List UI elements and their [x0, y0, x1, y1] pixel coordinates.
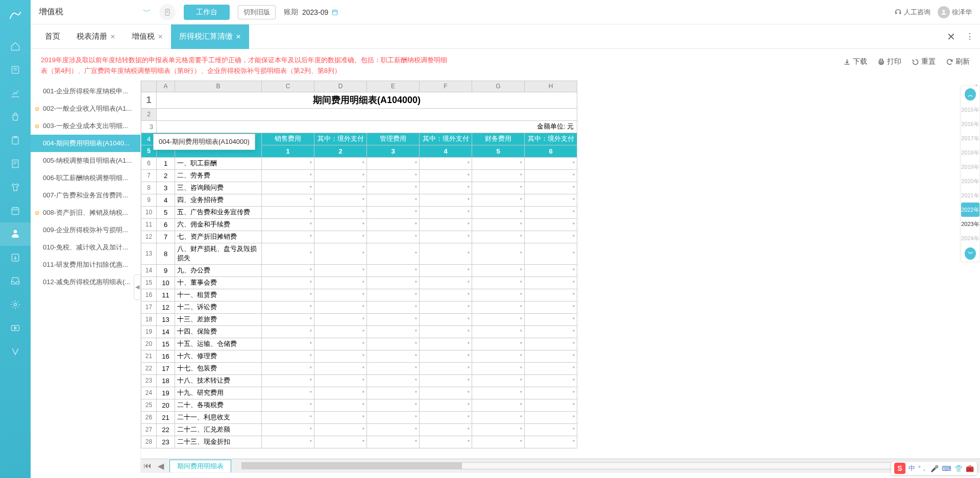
- nav-bag-icon[interactable]: [0, 105, 31, 129]
- year-button[interactable]: 2016年: [961, 117, 979, 131]
- ime-logo-icon[interactable]: S: [894, 463, 905, 474]
- nav-calendar-icon[interactable]: [0, 199, 31, 222]
- nav-v-icon[interactable]: [0, 340, 31, 363]
- sheet-hscrollbar[interactable]: [241, 462, 975, 469]
- form-list-item[interactable]: 009-企业所得税弥补亏损明...: [31, 221, 140, 239]
- app-logo: [6, 6, 24, 24]
- nav-receipt-icon[interactable]: [0, 152, 31, 175]
- year-button[interactable]: 2021年: [961, 188, 979, 203]
- table-row[interactable]: 2722二十二、汇兑差额******: [141, 423, 577, 436]
- form-list-item[interactable]: ⊘008-资产折旧、摊销及纳税...: [31, 204, 140, 221]
- tab-2[interactable]: 增值税✕: [124, 24, 171, 49]
- form-list-item[interactable]: ⊘003-一般企业成本支出明细...: [31, 117, 140, 135]
- table-row[interactable]: 1611十一、租赁费******: [141, 289, 577, 301]
- nav-export-icon[interactable]: [0, 246, 31, 269]
- download-button[interactable]: 下载: [843, 57, 867, 66]
- table-row[interactable]: 2217十七、包装费******: [141, 362, 577, 374]
- table-row[interactable]: 2419十九、研究费用******: [141, 387, 577, 399]
- form-list-item[interactable]: 010-免税、减计收入及加计...: [31, 239, 140, 256]
- user-menu[interactable]: 徐泽华: [938, 6, 972, 18]
- svg-rect-11: [880, 59, 883, 61]
- nav-shirt-icon[interactable]: [0, 175, 31, 199]
- doc-icon-button[interactable]: [159, 4, 176, 20]
- year-button[interactable]: 2023年: [961, 217, 979, 231]
- close-all-tabs-button[interactable]: ✕: [943, 31, 960, 43]
- collapse-form-list-button[interactable]: ◀: [134, 274, 141, 300]
- nav-chart-icon[interactable]: [0, 82, 31, 105]
- table-row[interactable]: 61一、职工薪酬******: [141, 157, 577, 169]
- year-button[interactable]: 2020年: [961, 174, 979, 188]
- table-row[interactable]: 1510十、董事会费******: [141, 276, 577, 289]
- table-row[interactable]: 149九、办公费******: [141, 264, 577, 276]
- form-list-item[interactable]: 004-期间费用明细表(A1040...: [31, 135, 140, 152]
- table-row[interactable]: 2015十五、运输、仓储费******: [141, 338, 577, 350]
- sheet-tab-prev-icon[interactable]: ◀: [154, 461, 167, 471]
- nav-clipboard-icon[interactable]: [0, 129, 31, 152]
- nav-book-icon[interactable]: [0, 58, 31, 82]
- table-row[interactable]: 105五、广告费和业务宣传费******: [141, 206, 577, 218]
- form-list-item[interactable]: 005-纳税调整项目明细表(A1...: [31, 152, 140, 169]
- year-button[interactable]: 2022年: [961, 203, 979, 217]
- table-row[interactable]: 72二、劳务费******: [141, 169, 577, 182]
- avatar-icon: [938, 6, 950, 18]
- sheet-tab-first-icon[interactable]: ⏮: [141, 461, 154, 470]
- form-list-item[interactable]: 006-职工薪酬纳税调整明细...: [31, 169, 140, 187]
- ime-mic-icon[interactable]: 🎤: [930, 465, 939, 472]
- table-row[interactable]: 2116十六、修理费******: [141, 350, 577, 362]
- table-row[interactable]: 2621二十一、利息收支******: [141, 411, 577, 423]
- table-row[interactable]: 1813十三、差旅费******: [141, 313, 577, 325]
- workbench-button[interactable]: 工作台: [184, 5, 230, 20]
- year-button[interactable]: 2015年: [961, 103, 979, 117]
- year-button[interactable]: 2017年: [961, 131, 979, 145]
- ime-skin-icon[interactable]: 👕: [954, 465, 963, 472]
- form-list-item[interactable]: 012-减免所得税优惠明细表(...: [31, 273, 140, 291]
- nav-tax-icon[interactable]: [0, 222, 31, 246]
- period-label: 账期: [284, 8, 298, 17]
- ime-keyboard-icon[interactable]: ⌨: [942, 465, 951, 472]
- tab-1[interactable]: 税表清册✕: [68, 24, 124, 49]
- form-list-item[interactable]: ⊘002-一般企业收入明细表(A1...: [31, 100, 140, 117]
- period-picker[interactable]: 2023-09: [302, 8, 338, 16]
- form-item-label: 001-企业所得税年度纳税申...: [43, 87, 128, 95]
- table-row[interactable]: 2520二十、各项税费******: [141, 399, 577, 411]
- table-row[interactable]: 138八、财产损耗、盘亏及毁损损失******: [141, 243, 577, 264]
- close-icon[interactable]: ✕: [110, 33, 115, 40]
- consult-button[interactable]: 人工咨询: [894, 8, 930, 17]
- year-up-icon[interactable]: ︽: [965, 88, 976, 100]
- form-list-item[interactable]: 007-广告费和业务宣传费跨...: [31, 187, 140, 204]
- table-row[interactable]: 1712十二、诉讼费******: [141, 301, 577, 313]
- close-icon[interactable]: ✕: [158, 33, 163, 40]
- table-row[interactable]: 127七、资产折旧摊销费******: [141, 231, 577, 243]
- table-row[interactable]: 83三、咨询顾问费******: [141, 182, 577, 194]
- tab-more-icon[interactable]: ⋮: [966, 32, 974, 41]
- form-item-label: 010-免税、减计收入及加计...: [43, 243, 128, 251]
- year-strip: ︽ 2015年2016年2017年2018年2019年2020年2021年202…: [961, 86, 980, 262]
- year-button[interactable]: 2024年: [961, 231, 979, 245]
- print-button[interactable]: 打印: [877, 57, 901, 66]
- tab-0[interactable]: 首页: [37, 24, 68, 49]
- nav-video-icon[interactable]: [0, 316, 31, 340]
- year-button[interactable]: 2019年: [961, 160, 979, 174]
- form-list-item[interactable]: 001-企业所得税年度纳税申...: [31, 83, 140, 100]
- table-row[interactable]: 1914十四、保险费******: [141, 325, 577, 338]
- form-list-item[interactable]: 011-研发费用加计扣除优惠...: [31, 256, 140, 273]
- company-select[interactable]: 增值税 ﹀: [39, 7, 151, 17]
- nav-inbox-icon[interactable]: [0, 269, 31, 293]
- table-row[interactable]: 2823二十三、现金折扣******: [141, 436, 577, 448]
- ime-tool-icon[interactable]: 🧰: [966, 465, 974, 472]
- table-row[interactable]: 116六、佣金和手续费******: [141, 218, 577, 231]
- ime-punct-icon[interactable]: °，: [918, 464, 927, 473]
- close-icon[interactable]: ✕: [236, 33, 241, 40]
- ime-lang[interactable]: 中: [909, 464, 915, 473]
- nav-home-icon[interactable]: [0, 35, 31, 58]
- old-version-button[interactable]: 切到旧版: [238, 5, 276, 19]
- sheet-tab[interactable]: 期间费用明细表: [169, 460, 231, 472]
- table-row[interactable]: 2318十八、技术转让费******: [141, 374, 577, 387]
- table-row[interactable]: 94四、业务招待费******: [141, 194, 577, 206]
- reset-button[interactable]: 重置: [912, 57, 936, 66]
- tab-3[interactable]: 所得税汇算清缴✕: [171, 24, 249, 49]
- year-down-icon[interactable]: ︾: [965, 247, 976, 260]
- year-button[interactable]: 2018年: [961, 145, 979, 160]
- refresh-button[interactable]: 刷新: [946, 57, 970, 66]
- nav-settings-icon[interactable]: [0, 293, 31, 316]
